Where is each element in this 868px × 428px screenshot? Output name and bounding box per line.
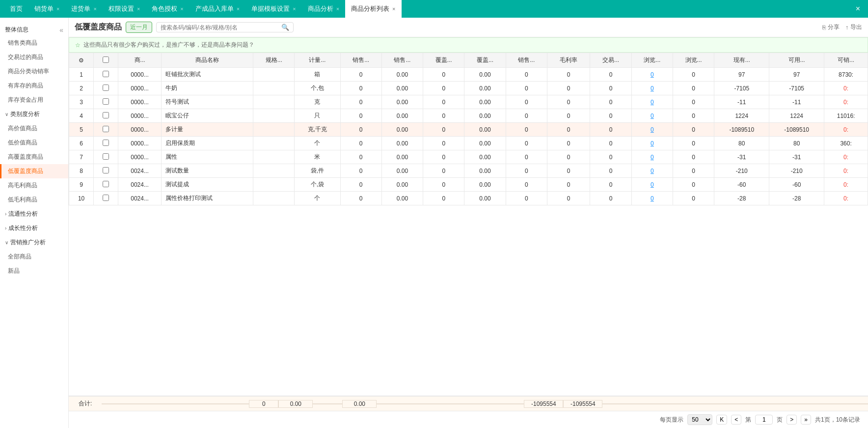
first-page-button[interactable]: K bbox=[716, 415, 727, 425]
row-checkbox[interactable] bbox=[94, 192, 118, 205]
share-button[interactable]: ⎘ 分享 bbox=[822, 23, 840, 31]
row-sales-qty: 0 bbox=[340, 137, 381, 150]
table-row: 3 0000... 符号测试 克 0 0.00 0 0.00 0 0 0 0 0… bbox=[69, 95, 868, 109]
col-current-stock[interactable]: 现有... bbox=[714, 53, 769, 68]
row-checkbox[interactable] bbox=[94, 164, 118, 178]
row-code: 0000... bbox=[118, 82, 162, 95]
nav-close-icon[interactable]: × bbox=[237, 6, 240, 12]
col-saleable[interactable]: 可销... bbox=[824, 53, 868, 68]
window-close-button[interactable]: × bbox=[852, 4, 864, 13]
sidebar-item-high-margin[interactable]: 高毛利商品 bbox=[0, 178, 68, 193]
next-page-button[interactable]: > bbox=[787, 415, 797, 425]
page-size-select[interactable]: 50 100 200 bbox=[687, 414, 712, 425]
col-gross-rate[interactable]: 毛利率 bbox=[547, 53, 590, 68]
row-spec bbox=[253, 137, 295, 150]
sidebar-item-low-value[interactable]: 低价值商品 bbox=[0, 136, 68, 150]
sidebar-item-high-coverage[interactable]: 高覆盖度商品 bbox=[0, 150, 68, 164]
row-browse1[interactable]: 0 bbox=[631, 192, 673, 205]
col-sales-amt[interactable]: 销售... bbox=[381, 53, 423, 68]
col-sales-order[interactable]: 销售... bbox=[506, 53, 547, 68]
row-browse1[interactable]: 0 bbox=[631, 164, 673, 178]
row-sales-qty: 0 bbox=[340, 178, 381, 192]
col-trade[interactable]: 交易... bbox=[590, 53, 631, 68]
row-name: 属性价格打印测试 bbox=[162, 192, 253, 205]
last-page-button[interactable]: » bbox=[801, 415, 811, 425]
nav-close-icon[interactable]: × bbox=[180, 6, 183, 12]
row-browse1[interactable]: 0 bbox=[631, 95, 673, 109]
nav-sales-order[interactable]: 销货单 × bbox=[28, 0, 65, 18]
row-browse1[interactable]: 0 bbox=[631, 68, 673, 82]
sidebar-section-circulation[interactable]: › 流通性分析 bbox=[0, 207, 68, 221]
row-num: 9 bbox=[69, 178, 94, 192]
nav-role-auth[interactable]: 角色授权 × bbox=[146, 0, 189, 18]
row-checkbox[interactable] bbox=[94, 178, 118, 192]
sidebar-item-stocked-goods[interactable]: 有库存的商品 bbox=[0, 79, 68, 93]
nav-permission[interactable]: 权限设置 × bbox=[103, 0, 146, 18]
row-checkbox[interactable] bbox=[94, 137, 118, 150]
col-sales-qty[interactable]: 销售... bbox=[340, 53, 381, 68]
col-name[interactable]: 商品名称 bbox=[162, 53, 253, 68]
nav-close-icon[interactable]: × bbox=[93, 6, 96, 12]
sidebar-item-traded-goods[interactable]: 交易过的商品 bbox=[0, 50, 68, 64]
sidebar-section-class-analysis[interactable]: ∨ 类别度分析 bbox=[0, 107, 68, 121]
table-row: 9 0024... 测试提成 个,袋 0 0.00 0 0.00 0 0 0 0… bbox=[69, 178, 868, 192]
page-number-input[interactable] bbox=[755, 415, 773, 425]
sidebar-section-growth[interactable]: › 成长性分析 bbox=[0, 221, 68, 235]
row-browse1[interactable]: 0 bbox=[631, 109, 673, 123]
select-all-checkbox[interactable] bbox=[103, 57, 109, 63]
prev-page-button[interactable]: < bbox=[731, 415, 741, 425]
col-cover-qty[interactable]: 覆盖... bbox=[423, 53, 464, 68]
export-button[interactable]: ↑ 导出 bbox=[845, 23, 862, 31]
row-sales-order: 0 bbox=[506, 109, 547, 123]
sidebar-section-marketing[interactable]: ∨ 营销推广分析 bbox=[0, 235, 68, 250]
nav-template[interactable]: 单据模板设置 × bbox=[245, 0, 301, 18]
row-browse1[interactable]: 0 bbox=[631, 178, 673, 192]
row-trade: 0 bbox=[590, 82, 631, 95]
col-spec[interactable]: 规格... bbox=[253, 53, 295, 68]
row-sales-amt: 0.00 bbox=[381, 137, 423, 150]
search-input[interactable] bbox=[161, 24, 279, 31]
sidebar-item-low-margin[interactable]: 低毛利商品 bbox=[0, 193, 68, 207]
sidebar-collapse-btn[interactable]: « bbox=[59, 26, 63, 34]
nav-close-icon[interactable]: × bbox=[137, 6, 140, 12]
row-checkbox[interactable] bbox=[94, 109, 118, 123]
sidebar-item-new-goods[interactable]: 新品 bbox=[0, 264, 68, 278]
search-icon[interactable]: 🔍 bbox=[281, 24, 289, 31]
col-cover-amt[interactable]: 覆盖... bbox=[464, 53, 506, 68]
row-checkbox[interactable] bbox=[94, 82, 118, 95]
row-gross-rate: 0 bbox=[547, 123, 590, 137]
row-checkbox[interactable] bbox=[94, 150, 118, 164]
col-avail-stock[interactable]: 可用... bbox=[769, 53, 824, 68]
nav-purchase-order[interactable]: 进货单 × bbox=[65, 0, 102, 18]
nav-product-analysis[interactable]: 商品分析 × bbox=[302, 0, 345, 18]
nav-close-icon[interactable]: × bbox=[336, 6, 339, 12]
col-unit[interactable]: 计量... bbox=[295, 53, 340, 68]
row-browse1[interactable]: 0 bbox=[631, 123, 673, 137]
sidebar-item-all-goods[interactable]: 全部商品 bbox=[0, 250, 68, 264]
nav-home[interactable]: 首页 bbox=[4, 0, 28, 18]
col-settings[interactable]: ⚙ bbox=[69, 53, 94, 68]
row-cover-qty: 0 bbox=[423, 137, 464, 150]
nav-product-warehouse[interactable]: 产成品入库单 × bbox=[190, 0, 245, 18]
nav-close-icon[interactable]: × bbox=[56, 6, 59, 12]
row-checkbox[interactable] bbox=[94, 68, 118, 82]
nav-product-analysis-list[interactable]: 商品分析列表 × bbox=[345, 0, 401, 18]
col-code[interactable]: 商... bbox=[118, 53, 162, 68]
col-browse1[interactable]: 浏览... bbox=[631, 53, 673, 68]
row-browse1[interactable]: 0 bbox=[631, 150, 673, 164]
row-sales-order: 0 bbox=[506, 123, 547, 137]
col-checkbox[interactable] bbox=[94, 53, 118, 68]
row-browse1[interactable]: 0 bbox=[631, 82, 673, 95]
period-button[interactable]: 近一月 bbox=[126, 22, 152, 33]
row-browse1[interactable]: 0 bbox=[631, 137, 673, 150]
row-checkbox[interactable] bbox=[94, 123, 118, 137]
row-checkbox[interactable] bbox=[94, 95, 118, 109]
nav-close-icon[interactable]: × bbox=[392, 6, 395, 12]
sidebar-item-low-coverage[interactable]: 低覆盖度商品 bbox=[0, 164, 68, 178]
sidebar-item-high-value[interactable]: 高价值商品 bbox=[0, 121, 68, 136]
sidebar-item-category-rate[interactable]: 商品分类动销率 bbox=[0, 64, 68, 79]
sidebar-item-stock-capital[interactable]: 库存资金占用 bbox=[0, 93, 68, 107]
nav-close-icon[interactable]: × bbox=[293, 6, 296, 12]
sidebar-item-sales-goods[interactable]: 销售类商品 bbox=[0, 36, 68, 50]
col-browse2[interactable]: 浏览... bbox=[673, 53, 714, 68]
